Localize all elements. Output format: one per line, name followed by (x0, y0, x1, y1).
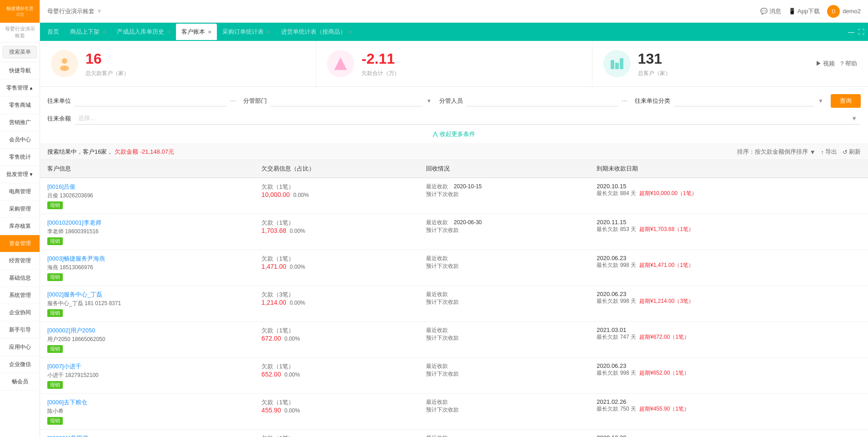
data-table: 客户信息 欠交易信息（占比） 回收情况 到期未收款日期 [0016]吕俊 吕俊 … (40, 160, 868, 437)
help-button[interactable]: ? 帮助 (840, 60, 857, 68)
cell-recovery-3: 最近收款 预计下次收款 (419, 286, 590, 322)
tab-expand-icon[interactable]: ⛶ (858, 28, 864, 35)
tab-minimize-icon[interactable]: — (848, 28, 854, 35)
overdue-amount-0[interactable]: 超期¥10,000.00（1笔） (639, 190, 697, 196)
filter-balance-select[interactable]: 选择... ▼ (75, 112, 861, 125)
sidebar-item-ecommerce[interactable]: 电商管理 (0, 183, 40, 201)
debt-percent-6: 0.00% (285, 407, 300, 414)
sidebar-item-retail-store[interactable]: 零售商城 (0, 97, 40, 114)
filter-person-more[interactable]: ··· (622, 97, 627, 105)
content-area: 16 总欠款客户（家） -2.11 欠款合计（万） (40, 41, 868, 437)
sidebar-item-finance[interactable]: 资金管理 (0, 235, 40, 252)
tab-product-list-close[interactable]: ✕ (102, 30, 106, 35)
filter-customer-more[interactable]: ··· (230, 97, 236, 105)
sidebar-item-inventory[interactable]: 库存核算 (0, 218, 40, 235)
overdue-amount-6[interactable]: 超期¥455.90（1笔） (639, 406, 689, 412)
customer-name-2[interactable]: [0003]畅捷服务尹海燕 (47, 255, 247, 263)
sidebar-item-system[interactable]: 系统管理 (0, 287, 40, 304)
video-button[interactable]: ▶ 视频 (816, 60, 835, 68)
due-date-1: 2020.11.15 (597, 219, 861, 226)
overdue-amount-3[interactable]: 超期¥1,214.00（3笔） (639, 298, 694, 304)
filter-department-label: 分管部门 (243, 97, 267, 105)
customer-sub-0: 吕俊 13026203696 (47, 192, 247, 200)
export-label: 导出 (825, 148, 837, 156)
sidebar-search-area[interactable]: 搜索菜单 (0, 42, 40, 62)
tab-purchase-product-stats-close[interactable]: ✕ (349, 30, 352, 35)
overdue-days-5: 最长欠款 998 天 (597, 370, 637, 376)
customer-sub-2: 海燕 18513066976 (47, 264, 247, 271)
customer-name-0[interactable]: [0016]吕俊 (47, 183, 247, 191)
stat-label-amount: 欠款合计（万） (361, 70, 400, 77)
customer-sub-4: 用户2050 18665062050 (47, 336, 247, 343)
recovery-recent-1: 最近收款 2020-06-30 (426, 219, 582, 226)
overdue-amount-1[interactable]: 超期¥1,703.68（1笔） (639, 226, 694, 232)
filter-row-1: 往来单位 ··· 分管部门 ▼ 分管人员 ··· 往来单位分类 (47, 94, 861, 108)
sidebar-item-operations[interactable]: 经营管理 (0, 252, 40, 270)
filter-person-input[interactable] (467, 95, 618, 106)
sidebar-item-vip[interactable]: 畅会员 (0, 373, 40, 391)
refresh-button[interactable]: ↺ 刷新 (843, 148, 861, 156)
tab-product-history-close[interactable]: ✕ (167, 30, 171, 35)
tab-customer-account-close[interactable]: ✕ (208, 30, 211, 35)
sidebar-item-app-center[interactable]: 应用中心 (0, 339, 40, 356)
sort-label: 排序：按欠款金额倒序排序 (737, 148, 808, 156)
app-download-button[interactable]: 📱 App下载 (788, 7, 820, 15)
customer-name-3[interactable]: [0002]服务中心_丁磊 (47, 291, 247, 299)
sidebar-item-newbie[interactable]: 新手引导 (0, 321, 40, 339)
sidebar-item-batch-mgmt[interactable]: 批发管理▼ (0, 166, 40, 183)
customer-name-6[interactable]: [0006]去下粮仓 (47, 398, 247, 407)
sidebar-item-member[interactable]: 会员中心 (0, 131, 40, 149)
customer-name-7[interactable]: [000001]黄思源 (47, 434, 247, 437)
tab-customer-account[interactable]: 客户账本 ✕ (176, 24, 217, 40)
overdue-amount-5[interactable]: 超期¥652.00（1笔） (639, 370, 689, 376)
sidebar-item-quick-nav[interactable]: 快捷导航 (0, 62, 40, 80)
overdue-days-3: 最长欠款 998 天 (597, 298, 637, 304)
sidebar-item-purchase[interactable]: 采购管理 (0, 201, 40, 218)
recovery-recent-5: 最近收款 (426, 362, 582, 370)
customer-name-1[interactable]: [0001020001]李老师 (47, 219, 247, 227)
tab-purchase-product-stats[interactable]: 进货单统计表（按商品） ✕ (276, 24, 358, 40)
tab-product-history[interactable]: 产成品入库单历史 ✕ (111, 24, 176, 40)
sidebar-item-retail-mgmt[interactable]: 零售管理▲ (0, 80, 40, 97)
cell-due-0: 2020.10.15 最长欠款 884 天 超期¥10,000.00（1笔） (589, 178, 868, 214)
debt-amount-row-6: 455.90 0.00% (261, 407, 411, 414)
user-profile[interactable]: D demo2 (827, 5, 861, 18)
cell-customer-3: [0002]服务中心_丁磊 服务中心_丁磊 181 0125 8371 现销 (40, 286, 254, 322)
table-row: [0002]服务中心_丁磊 服务中心_丁磊 181 0125 8371 现销 欠… (40, 286, 868, 322)
overdue-amount-4[interactable]: 超期¥672.00（1笔） (639, 334, 689, 340)
filter-customer-label: 往来单位 (47, 97, 71, 105)
cell-debt-1: 欠款（1笔） 1,703.68 0.00% (254, 214, 419, 250)
filter-balance: 往来余额 选择... ▼ (47, 112, 861, 125)
debt-count-4: 欠款（1笔） (261, 326, 411, 335)
sidebar-item-basic-info[interactable]: 基础信息 (0, 270, 40, 287)
sidebar-item-enterprise[interactable]: 企业协同 (0, 304, 40, 321)
cell-debt-0: 欠款（1笔） 10,000.00 0.00% (254, 178, 419, 214)
tab-purchase-stats-close[interactable]: ✕ (266, 30, 270, 35)
sidebar-item-marketing[interactable]: 营销推广 (0, 114, 40, 131)
collapse-button[interactable]: ⋀ 收起更多条件 (47, 128, 861, 140)
message-button[interactable]: 💬 消息 (760, 7, 781, 15)
customer-name-5[interactable]: [0007]小进千 (47, 362, 247, 371)
filter-category-input[interactable] (674, 95, 814, 106)
sort-select[interactable]: 排序：按欠款金额倒序排序 ▼ (737, 148, 816, 156)
tab-purchase-stats[interactable]: 采购订单统计表 ✕ (217, 24, 276, 40)
tab-product-list[interactable]: 商品上下架 ✕ (65, 24, 111, 40)
refresh-icon: ↺ (843, 149, 848, 156)
filter-customer-input[interactable] (75, 95, 226, 106)
export-button[interactable]: ↑ 导出 (821, 148, 838, 156)
sidebar-item-corp-wechat[interactable]: 企业微信 (0, 356, 40, 373)
customer-name-4[interactable]: [000002]用户2050 (47, 326, 247, 335)
stat-info-amount: -2.11 欠款合计（万） (361, 50, 400, 77)
filter-department-input[interactable] (271, 95, 423, 106)
table-row: [0003]畅捷服务尹海燕 海燕 18513066976 现销 欠款（1笔） 1… (40, 250, 868, 286)
tab-home[interactable]: 首页 (42, 24, 65, 40)
result-text: 搜索结果中，客户16家， 欠款金额 -21,148.07元 (47, 148, 174, 156)
search-button[interactable]: 查询 (831, 94, 861, 108)
filter-category-arrow[interactable]: ▼ (818, 98, 823, 104)
filter-department-arrow[interactable]: ▼ (426, 98, 432, 104)
search-menu-button[interactable]: 搜索菜单 (3, 46, 37, 58)
cell-customer-1: [0001020001]李老师 李老师 18600391516 现销 (40, 214, 254, 250)
sidebar-item-retail-stats[interactable]: 零售统计 (0, 149, 40, 166)
overdue-amount-2[interactable]: 超期¥1,471.00（1笔） (639, 262, 694, 268)
overdue-days-1: 最长欠款 853 天 (597, 226, 637, 232)
